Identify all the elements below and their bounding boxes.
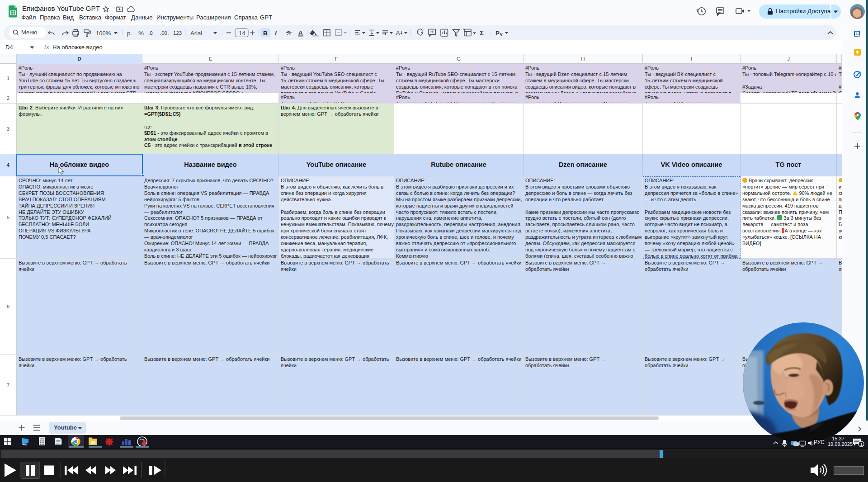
- svg-text:A: A: [396, 30, 400, 36]
- svg-text:14: 14: [239, 30, 245, 37]
- svg-text:v: v: [500, 32, 503, 37]
- svg-text:I: I: [275, 30, 277, 37]
- svg-text:.00: .00: [160, 30, 167, 36]
- svg-text:%: %: [138, 30, 144, 37]
- svg-text:P: P: [495, 30, 500, 37]
- svg-text:A: A: [298, 29, 303, 36]
- svg-text:S: S: [287, 30, 291, 37]
- svg-text:B: B: [263, 30, 268, 37]
- svg-text:31: 31: [855, 32, 859, 35]
- svg-text:.0: .0: [148, 30, 153, 36]
- svg-text:Σ: Σ: [480, 29, 484, 37]
- svg-text:100%: 100%: [96, 30, 111, 37]
- svg-text:Arial: Arial: [190, 30, 202, 37]
- svg-text:1: 1: [860, 442, 863, 447]
- svg-text:р.: р.: [127, 30, 132, 37]
- svg-text:123: 123: [173, 30, 182, 36]
